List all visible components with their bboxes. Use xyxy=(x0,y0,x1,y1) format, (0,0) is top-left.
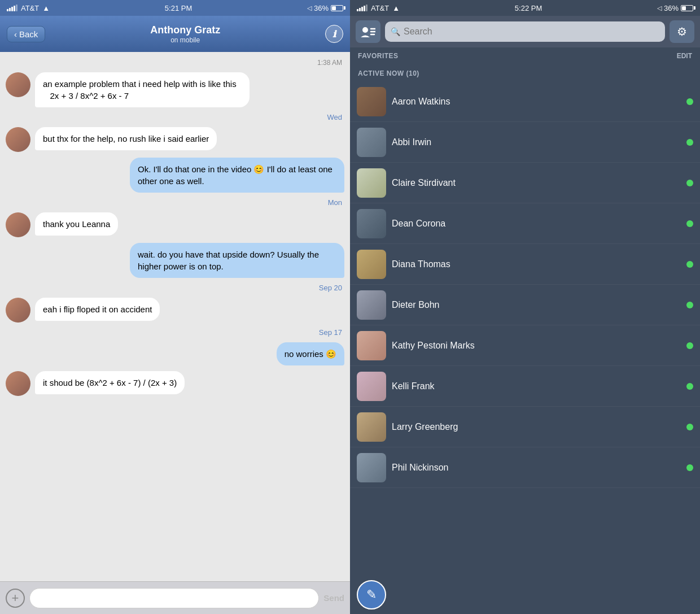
info-button[interactable]: ℹ xyxy=(325,25,343,43)
msg-row-3: Ok. I'll do that one in the video 😊 I'll… xyxy=(6,158,344,193)
compose-button[interactable]: ✎ xyxy=(357,580,386,609)
search-bar[interactable]: 🔍 xyxy=(385,21,665,42)
contact-name: Diana Thomas xyxy=(392,259,681,269)
msg-text-1: an example problem that i need help with… xyxy=(43,79,237,101)
bubble-1: an example problem that i need help with… xyxy=(35,72,250,107)
wifi-left-icon: ▲ xyxy=(42,4,50,12)
msg-row-1: an example problem that i need help with… xyxy=(6,72,344,107)
date-sep17: Sep 17 xyxy=(319,328,342,337)
contact-status: on mobile xyxy=(150,36,220,44)
battery-group-right: ◁ 36% xyxy=(657,4,693,12)
date-row-sep17: Sep 17 xyxy=(6,328,344,337)
contact-avatar xyxy=(357,331,386,360)
contact-row[interactable]: Claire Stirdivant xyxy=(350,163,700,203)
date-sep20: Sep 20 xyxy=(319,284,342,292)
battery-pct-left: 36% xyxy=(314,4,329,12)
search-icon: 🔍 xyxy=(391,27,400,36)
contacts-list[interactable]: Aaron WatkinsAbbi IrwinClaire Stirdivant… xyxy=(350,81,700,576)
compose-icon: ✎ xyxy=(366,587,377,602)
contact-row[interactable]: Larry Greenberg xyxy=(350,407,700,447)
signal-icon xyxy=(7,5,18,11)
status-bar-right: AT&T ▲ 5:22 PM ◁ 36% xyxy=(350,0,700,16)
date-mon: Mon xyxy=(328,198,342,207)
contact-row[interactable]: Abbi Irwin xyxy=(350,122,700,163)
gear-icon: ⚙ xyxy=(677,25,687,38)
contact-row[interactable]: Diana Thomas xyxy=(350,244,700,285)
status-right-left: AT&T ▲ xyxy=(357,4,400,12)
location-icon-left: ◁ xyxy=(307,5,312,12)
bubble-7: no worries 😊 xyxy=(277,342,344,365)
msg-text-7: no worries 😊 xyxy=(285,349,336,359)
contacts-icon-button[interactable] xyxy=(356,20,380,43)
msg-row-2: but thx for the help, no rush like i sai… xyxy=(6,127,344,152)
chevron-left-icon: ‹ xyxy=(14,29,17,39)
contact-row[interactable]: Dean Corona xyxy=(350,203,700,244)
signal-icon-right xyxy=(357,5,368,11)
contact-name: Claire Stirdivant xyxy=(392,178,681,188)
send-label: Send xyxy=(323,593,344,603)
nav-title: Anthony Gratz on mobile xyxy=(150,24,220,44)
active-now-label: ACTIVE NOW (10) xyxy=(358,69,419,77)
contact-row[interactable]: Kathy Pestoni Marks xyxy=(350,325,700,366)
online-indicator xyxy=(686,464,693,471)
online-indicator xyxy=(686,424,693,430)
status-left-info: AT&T ▲ xyxy=(7,4,50,12)
back-button[interactable]: ‹ Back xyxy=(7,26,45,42)
time-left: 5:21 PM xyxy=(165,4,192,12)
message-input[interactable] xyxy=(29,588,319,608)
msg-text-2: but thx for the help, no rush like i sai… xyxy=(43,134,209,143)
online-indicator xyxy=(686,302,693,308)
contact-name: Aaron Watkins xyxy=(392,97,681,107)
bubble-3: Ok. I'll do that one in the video 😊 I'll… xyxy=(130,158,344,193)
msg-text-5: wait. do you have that upside down? Usua… xyxy=(138,250,319,271)
date-row-sep20: Sep 20 xyxy=(6,284,344,292)
gear-icon-button[interactable]: ⚙ xyxy=(670,20,694,43)
contact-row[interactable]: Phil Nickinson xyxy=(350,447,700,488)
contact-name: Dean Corona xyxy=(392,219,681,229)
online-indicator xyxy=(686,220,693,227)
avatar-4 xyxy=(6,212,30,237)
messages-area[interactable]: 1:38 AM an example problem that i need h… xyxy=(0,52,350,581)
contact-name: Larry Greenberg xyxy=(392,422,681,432)
bubble-5: wait. do you have that upside down? Usua… xyxy=(130,243,344,278)
edit-button[interactable]: EDIT xyxy=(677,52,692,60)
favorites-header: FAVORITES EDIT xyxy=(350,47,700,64)
contact-row[interactable]: Aaron Watkins xyxy=(350,81,700,122)
msg-row-4: thank you Leanna xyxy=(6,212,344,237)
right-panel: AT&T ▲ 5:22 PM ◁ 36% 🔍 ⚙ xyxy=(350,0,700,614)
back-label: Back xyxy=(19,29,38,39)
battery-pct-right: 36% xyxy=(664,4,679,12)
carrier-left: AT&T xyxy=(21,4,39,12)
msg-text-4: thank you Leanna xyxy=(43,219,110,229)
contact-row[interactable]: Dieter Bohn xyxy=(350,285,700,325)
time-right: 5:22 PM xyxy=(515,4,542,12)
input-bar: + Send xyxy=(0,581,350,614)
contact-name: Anthony Gratz xyxy=(150,24,220,36)
contact-name: Dieter Bohn xyxy=(392,300,681,310)
msg-row-5: wait. do you have that upside down? Usua… xyxy=(6,243,344,278)
msg-row-8: it shoud be (8x^2 + 6x - 7) / (2x + 3) xyxy=(6,371,344,396)
avatar-6 xyxy=(6,298,30,323)
contact-avatar xyxy=(357,87,386,116)
online-indicator xyxy=(686,261,693,268)
plus-button[interactable]: + xyxy=(6,589,25,608)
msg-text-8: it shoud be (8x^2 + 6x - 7) / (2x + 3) xyxy=(43,378,177,387)
contact-avatar xyxy=(357,168,386,198)
status-bar-left: AT&T ▲ 5:21 PM ◁ 36% xyxy=(0,0,350,16)
contact-row[interactable]: Kelli Frank xyxy=(350,366,700,407)
msg-text-6: eah i flip floped it on accident xyxy=(43,304,152,314)
contact-avatar xyxy=(357,372,386,401)
search-input[interactable] xyxy=(404,27,659,37)
contact-name: Abbi Irwin xyxy=(392,137,681,147)
send-button[interactable]: Send xyxy=(323,593,344,603)
timestamp-row-1: 1:38 AM xyxy=(6,59,344,67)
contact-name: Kelli Frank xyxy=(392,381,681,391)
msg-row-7: no worries 😊 xyxy=(6,342,344,365)
contact-avatar xyxy=(357,412,386,442)
location-icon-right: ◁ xyxy=(657,5,662,12)
favorites-label: FAVORITES xyxy=(358,52,399,60)
date-row-mon: Mon xyxy=(6,198,344,207)
msg-time-1: 1:38 AM xyxy=(317,59,342,67)
contact-avatar xyxy=(357,290,386,320)
plus-icon: + xyxy=(12,592,19,604)
